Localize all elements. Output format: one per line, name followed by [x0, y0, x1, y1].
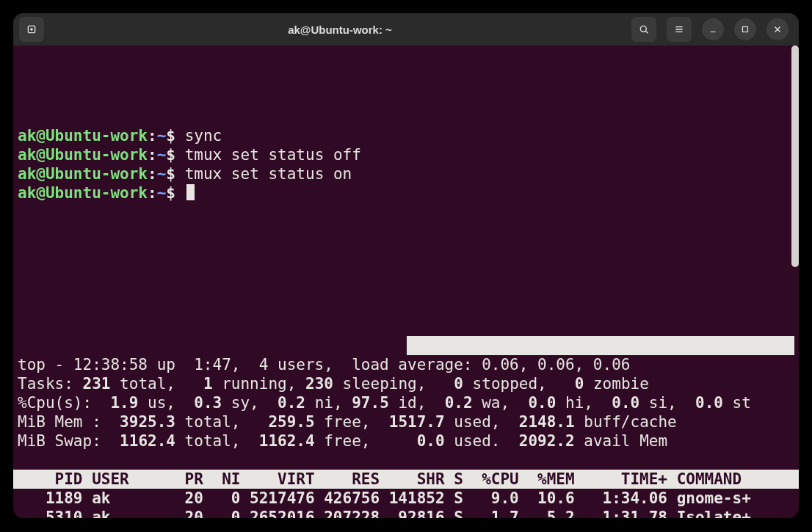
- top-process-header: PID USER PR NI VIRT RES SHR S %CPU %MEM …: [13, 470, 799, 489]
- new-tab-icon: [26, 23, 37, 35]
- command-text: sync: [185, 127, 222, 145]
- maximize-icon: [740, 24, 750, 34]
- top-row: 1189 ak 20 0 5217476 426756 141852 S 9.0…: [18, 489, 751, 507]
- terminal-viewport[interactable]: ak@Ubuntu-work:~$ sync ak@Ubuntu-work:~$…: [13, 45, 799, 518]
- cursor: [186, 184, 195, 200]
- prompt-line: ak@Ubuntu-work:~$ sync: [18, 127, 222, 145]
- maximize-button[interactable]: [734, 18, 756, 40]
- close-icon: [772, 24, 783, 34]
- svg-rect-9: [743, 27, 748, 32]
- search-button[interactable]: [631, 17, 656, 42]
- window-title: ak@Ubuntu-work: ~: [48, 23, 631, 36]
- hamburger-icon: [673, 23, 685, 35]
- svg-point-3: [640, 26, 646, 32]
- scrollbar[interactable]: [791, 45, 799, 267]
- command-text: tmux set status off: [185, 146, 361, 164]
- top-mem: MiB Mem : 3925.3 total, 259.5 free, 1517…: [18, 413, 677, 431]
- top-swap: MiB Swap: 1162.4 total, 1162.4 free, 0.0…: [18, 432, 667, 450]
- prompt-path: ~: [157, 127, 167, 145]
- new-tab-button[interactable]: [19, 17, 44, 42]
- prompt-line: ak@Ubuntu-work:~$ tmux set status on: [18, 165, 352, 183]
- top-tasks: Tasks: 231 total, 1 running, 230 sleepin…: [18, 375, 649, 393]
- prompt-line: ak@Ubuntu-work:~$: [18, 184, 195, 202]
- top-row: 5310 ak 20 0 2652016 207228 92816 S 1.7 …: [18, 509, 751, 518]
- prompt-host: ak@Ubuntu-work: [18, 127, 148, 145]
- tmux-pane-divider: [18, 336, 794, 355]
- terminal-window: ak@Ubuntu-work: ~ ak@Ubuntu-work:~$ sync…: [13, 13, 799, 518]
- command-text: tmux set status on: [185, 165, 352, 183]
- top-cpu: %Cpu(s): 1.9 us, 0.3 sy, 0.2 ni, 97.5 id…: [18, 394, 751, 412]
- prompt-line: ak@Ubuntu-work:~$ tmux set status off: [18, 146, 361, 164]
- svg-line-4: [645, 31, 648, 33]
- top-summary: top - 12:38:58 up 1:47, 4 users, load av…: [18, 356, 630, 374]
- menu-button[interactable]: [667, 17, 692, 42]
- close-button[interactable]: [766, 18, 789, 40]
- titlebar: ak@Ubuntu-work: ~: [13, 13, 799, 45]
- minimize-button[interactable]: [702, 18, 724, 40]
- search-icon: [638, 23, 650, 35]
- minimize-icon: [708, 24, 718, 34]
